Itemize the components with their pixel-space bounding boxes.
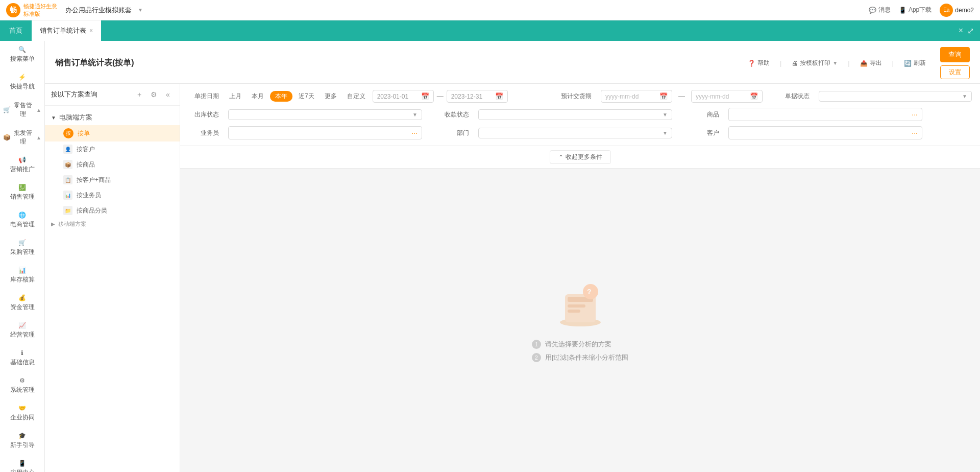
product-more-icon[interactable]: ··· (912, 110, 918, 119)
filter-row-3: 业务员 ··· 部门 ▼ 客户 ··· (188, 126, 972, 139)
print-btn[interactable]: 🖨 按模板打印 ▼ (788, 57, 842, 69)
ecommerce-icon: 🌐 (18, 211, 26, 219)
split-layout: 按以下方案查询 + ⚙ « (45, 84, 980, 472)
customer-label: 客户 (689, 129, 719, 137)
add-icon: + (137, 90, 141, 99)
filter-area: 单据日期 上月 本月 本年 近7天 更多 自定义 (180, 84, 980, 146)
tab-home[interactable]: 首页 (0, 20, 32, 41)
scheme-icon-by-order: 按 (63, 128, 74, 138)
retail-icon: 🛒 (3, 106, 11, 113)
customer-more-icon[interactable]: ··· (912, 129, 918, 137)
pc-scheme-header[interactable]: ▼ 电脑端方案 (45, 110, 180, 125)
add-scheme-btn[interactable]: + (134, 89, 145, 100)
empty-tips: 1 请先选择要分析的方案 2 用[过滤]条件来缩小分析范围 (532, 340, 628, 362)
scheme-item-by-customer-product[interactable]: 📋 按客户+商品 (45, 172, 180, 187)
shortcut-custom[interactable]: 自定义 (343, 91, 370, 102)
logo-text: 畅捷通好生意 标准版 (23, 3, 57, 17)
doc-status-label: 单据状态 (779, 92, 810, 101)
scheme-icon-by-customer: 👤 (63, 145, 72, 154)
scheme-item-by-salesperson[interactable]: 📊 按业务员 (45, 187, 180, 203)
calendar-end-icon: 📅 (495, 92, 503, 100)
scheme-item-by-order[interactable]: 按 按单 (45, 125, 180, 141)
sidebar-item-marketing[interactable]: 📢 营销推广 (0, 151, 44, 179)
settings-scheme-btn[interactable]: ⚙ (148, 89, 159, 100)
shortcut-last-month[interactable]: 上月 (225, 91, 246, 102)
scheme-item-by-product[interactable]: 📦 按商品 (45, 157, 180, 172)
sidebar-item-basic-info[interactable]: ℹ 基础信息 (0, 344, 44, 372)
collapse-panel-btn[interactable]: « (162, 89, 174, 100)
scheme-item-by-customer[interactable]: 👤 按客户 (45, 141, 180, 157)
department-arrow-icon: ▼ (663, 130, 668, 136)
expected-date-start-input[interactable]: yyyy-mm-dd 📅 (601, 90, 672, 103)
sidebar-item-retail[interactable]: 🛒 零售管理 ▲ (0, 96, 44, 124)
date-end-input[interactable]: 2023-12-31 📅 (447, 90, 508, 103)
reset-btn[interactable]: 设置 (940, 65, 970, 79)
user-area[interactable]: Ea demo2 (940, 4, 974, 17)
app-download-btn[interactable]: 📱 App下载 (899, 6, 932, 14)
app-dropdown-icon[interactable]: ▼ (138, 7, 143, 13)
sidebar-item-app-center[interactable]: 📱 应用中心 (0, 455, 44, 472)
sidebar-item-inventory[interactable]: 📊 库存核算 (0, 262, 44, 289)
chevron-right-icon: ▶ (51, 221, 55, 227)
refresh-icon: 🔄 (904, 60, 912, 67)
export-btn[interactable]: 📤 导出 (856, 57, 886, 69)
collapse-conditions-btn[interactable]: ⌃ 收起更多条件 (550, 150, 611, 164)
sidebar-item-search[interactable]: 🔍 搜索菜单 (0, 41, 44, 68)
tab-maximize-btn[interactable]: ⤢ (967, 26, 974, 36)
date-label: 单据日期 (188, 92, 219, 101)
delivery-status-label: 出库状态 (188, 110, 219, 119)
salesperson-select[interactable]: ··· (228, 126, 422, 139)
expected-date-end-input[interactable]: yyyy-mm-dd 📅 (691, 90, 763, 103)
collapse-bar[interactable]: ⌃ 收起更多条件 (180, 146, 980, 169)
purchase-icon: 🛒 (18, 239, 26, 246)
top-bar-right: 💬 消息 📱 App下载 Ea demo2 (869, 4, 974, 17)
sidebar-item-operations[interactable]: 📈 经营管理 (0, 317, 44, 344)
shortcut-more[interactable]: 更多 (321, 91, 341, 102)
mobile-scheme-divider[interactable]: ▶ 移动端方案 (45, 218, 180, 230)
sidebar-item-wholesale[interactable]: 📦 批发管理 ▲ (0, 124, 44, 151)
refresh-btn[interactable]: 🔄 刷新 (900, 57, 930, 69)
scheme-item-by-product-category[interactable]: 📁 按商品分类 (45, 203, 180, 218)
help-btn[interactable]: ❓ 帮助 (744, 57, 774, 69)
sidebar-item-purchase[interactable]: 🛒 采购管理 (0, 234, 44, 262)
tab-close-icon[interactable]: × (89, 27, 93, 34)
sidebar-item-new-user[interactable]: 🎓 新手引导 (0, 427, 44, 455)
department-label: 部门 (438, 129, 469, 137)
new-user-icon: 🎓 (18, 432, 26, 439)
customer-select[interactable]: ··· (728, 126, 922, 139)
department-select[interactable]: ▼ (478, 128, 672, 138)
sidebar-item-finance[interactable]: 💰 资金管理 (0, 289, 44, 317)
empty-tip-2: 2 用[过滤]条件来缩小分析范围 (532, 353, 628, 362)
query-btns-area: 查询 设置 (936, 47, 970, 79)
finance-icon: 💰 (18, 294, 26, 301)
svg-rect-4 (568, 310, 580, 313)
wholesale-arrow-icon: ▲ (36, 135, 41, 140)
tab-active[interactable]: 销售订单统计表 × (32, 20, 101, 41)
header-actions: ❓ 帮助 | 🖨 按模板打印 ▼ | 📤 导出 | 🔄 刷新 (744, 47, 970, 79)
print-icon: 🖨 (792, 60, 798, 67)
sidebar-item-system[interactable]: ⚙ 系统管理 (0, 372, 44, 399)
doc-status-select[interactable]: ▼ (819, 91, 972, 102)
sidebar-item-ecommerce[interactable]: 🌐 电商管理 (0, 206, 44, 234)
marketing-icon: 📢 (18, 156, 26, 163)
sidebar-item-enterprise[interactable]: 🤝 企业协同 (0, 399, 44, 427)
date-start-input[interactable]: 2023-01-01 📅 (373, 90, 434, 103)
query-btn[interactable]: 查询 (940, 47, 970, 62)
payment-status-select[interactable]: ▼ (478, 109, 672, 120)
salesperson-more-icon[interactable]: ··· (411, 129, 418, 137)
product-select[interactable]: ··· (728, 108, 922, 121)
wholesale-icon: 📦 (3, 134, 11, 141)
date-group: 上月 本月 本年 近7天 更多 自定义 2023-01-01 📅 (225, 90, 545, 103)
expected-date-separator: — (678, 92, 685, 100)
shortcut-last-7-days[interactable]: 近7天 (295, 91, 318, 102)
message-btn[interactable]: 💬 消息 (869, 6, 891, 14)
main-layout: 🔍 搜索菜单 ⚡ 快捷导航 🛒 零售管理 ▲ 📦 批发管理 ▲ 📢 营销推广 💹… (0, 41, 980, 472)
tab-minimize-btn[interactable]: × (959, 26, 963, 35)
delivery-status-select[interactable]: ▼ (228, 109, 422, 120)
operations-icon: 📈 (18, 322, 26, 329)
shortcut-this-year[interactable]: 本年 (270, 91, 292, 102)
print-dropdown-icon: ▼ (832, 60, 838, 66)
shortcut-this-month[interactable]: 本月 (248, 91, 268, 102)
sidebar-item-sales[interactable]: 💹 销售管理 (0, 179, 44, 206)
sidebar-item-quick-nav[interactable]: ⚡ 快捷导航 (0, 68, 44, 96)
